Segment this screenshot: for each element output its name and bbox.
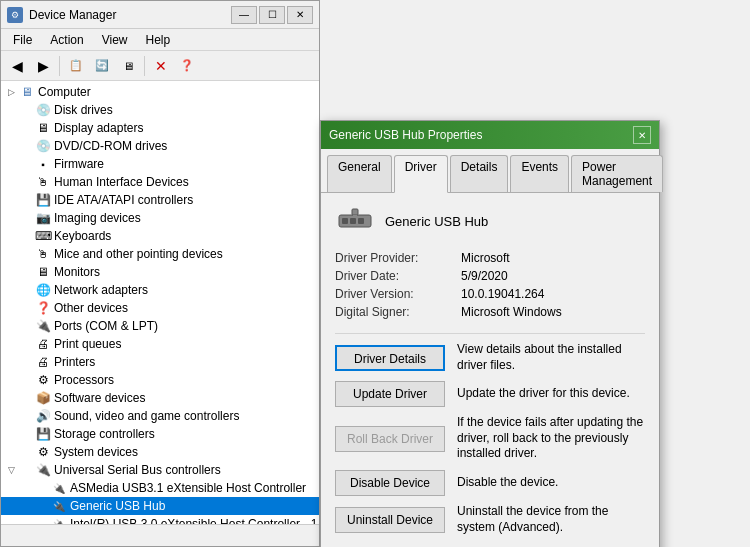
window-title: Device Manager <box>29 8 225 22</box>
disable-device-button[interactable]: Disable Device <box>335 470 445 496</box>
menu-file[interactable]: File <box>5 31 40 49</box>
tree-item-software[interactable]: 📦 Software devices <box>1 389 319 407</box>
label-disk: Disk drives <box>54 101 113 119</box>
icon-display: 🖥 <box>35 120 51 136</box>
tree-item-keyboards[interactable]: ⌨ Keyboards <box>1 227 319 245</box>
menu-help[interactable]: Help <box>138 31 179 49</box>
tree-item-ide[interactable]: 💾 IDE ATA/ATAPI controllers <box>1 191 319 209</box>
label-generic-hub: Generic USB Hub <box>70 497 165 515</box>
icon-imaging: 📷 <box>35 210 51 226</box>
rollback-driver-button[interactable]: Roll Back Driver <box>335 426 445 452</box>
driver-details-button[interactable]: Driver Details <box>335 345 445 371</box>
tree-item-sound[interactable]: 🔊 Sound, video and game controllers <box>1 407 319 425</box>
tree-item-monitors[interactable]: 🖥 Monitors <box>1 263 319 281</box>
maximize-button[interactable]: ☐ <box>259 6 285 24</box>
rollback-driver-desc: If the device fails after updating the d… <box>445 415 645 462</box>
tree-item-usb[interactable]: ▽ 🔌 Universal Serial Bus controllers <box>1 461 319 479</box>
tab-driver[interactable]: Driver <box>394 155 448 193</box>
dialog-close-button[interactable]: ✕ <box>633 126 651 144</box>
icon-computer: 🖥 <box>19 84 35 100</box>
update-driver-desc: Update the driver for this device. <box>445 386 645 402</box>
tree-item-generic-hub[interactable]: 🔌 Generic USB Hub <box>1 497 319 515</box>
tree-item-intel-usb[interactable]: 🔌 Intel(R) USB 3.0 eXtensible Host Contr… <box>1 515 319 524</box>
label-system: System devices <box>54 443 138 461</box>
close-button[interactable]: ✕ <box>287 6 313 24</box>
tab-details[interactable]: Details <box>450 155 509 192</box>
separator-1 <box>335 333 645 334</box>
toolbar-separator-1 <box>59 56 60 76</box>
label-keyboards: Keyboards <box>54 227 111 245</box>
properties-dialog: Generic USB Hub Properties ✕ General Dri… <box>320 120 660 547</box>
label-firmware: Firmware <box>54 155 104 173</box>
label-ports: Ports (COM & LPT) <box>54 317 158 335</box>
tree-item-printq[interactable]: 🖨 Print queues <box>1 335 319 353</box>
icon-software: 📦 <box>35 390 51 406</box>
forward-button[interactable]: ▶ <box>31 54 55 78</box>
label-dvd: DVD/CD-ROM drives <box>54 137 167 155</box>
tree-item-other[interactable]: ❓ Other devices <box>1 299 319 317</box>
icon-dvd: 💿 <box>35 138 51 154</box>
tree-item-asmedia[interactable]: 🔌 ASMedia USB3.1 eXtensible Host Control… <box>1 479 319 497</box>
label-ide: IDE ATA/ATAPI controllers <box>54 191 193 209</box>
icon-keyboards: ⌨ <box>35 228 51 244</box>
status-bar <box>1 524 319 546</box>
scan-button[interactable]: 🖥 <box>116 54 140 78</box>
tree-item-disk[interactable]: 💿 Disk drives <box>1 101 319 119</box>
icon-usb: 🔌 <box>35 462 51 478</box>
prop-value-3: Microsoft Windows <box>461 305 645 319</box>
toggle-usb[interactable]: ▽ <box>3 462 19 478</box>
icon-firmware: ▪ <box>35 156 51 172</box>
tree-item-ports[interactable]: 🔌 Ports (COM & LPT) <box>1 317 319 335</box>
label-software: Software devices <box>54 389 145 407</box>
menu-action[interactable]: Action <box>42 31 91 49</box>
tree-item-system[interactable]: ⚙ System devices <box>1 443 319 461</box>
svg-rect-3 <box>358 218 364 224</box>
tree-item-display[interactable]: 🖥 Display adapters <box>1 119 319 137</box>
back-button[interactable]: ◀ <box>5 54 29 78</box>
title-bar: ⚙ Device Manager — ☐ ✕ <box>1 1 319 29</box>
tree-item-mice[interactable]: 🖱 Mice and other pointing devices <box>1 245 319 263</box>
prop-label-3: Digital Signer: <box>335 305 455 319</box>
properties-button[interactable]: 📋 <box>64 54 88 78</box>
tree-item-hid[interactable]: 🖱 Human Interface Devices <box>1 173 319 191</box>
minimize-button[interactable]: — <box>231 6 257 24</box>
tree-item-imaging[interactable]: 📷 Imaging devices <box>1 209 319 227</box>
toggle-empty <box>3 102 19 118</box>
update-button[interactable]: 🔄 <box>90 54 114 78</box>
label-monitors: Monitors <box>54 263 100 281</box>
tree-item-processors[interactable]: ⚙ Processors <box>1 371 319 389</box>
update-driver-button[interactable]: Update Driver <box>335 381 445 407</box>
usb-hub-icon <box>337 207 373 235</box>
label-imaging: Imaging devices <box>54 209 141 227</box>
tree-item-dvd[interactable]: 💿 DVD/CD-ROM drives <box>1 137 319 155</box>
device-icon <box>335 205 375 237</box>
label-display: Display adapters <box>54 119 143 137</box>
label-printers: Printers <box>54 353 95 371</box>
menu-view[interactable]: View <box>94 31 136 49</box>
tab-general[interactable]: General <box>327 155 392 192</box>
remove-button[interactable]: ✕ <box>149 54 173 78</box>
tree-item-printers[interactable]: 🖨 Printers <box>1 353 319 371</box>
tab-events[interactable]: Events <box>510 155 569 192</box>
device-tree[interactable]: ▷ 🖥 Computer 💿 Disk drives 🖥 Display ada… <box>1 81 319 524</box>
toggle-computer[interactable]: ▷ <box>3 84 19 100</box>
tree-item-storage[interactable]: 💾 Storage controllers <box>1 425 319 443</box>
menu-bar: File Action View Help <box>1 29 319 51</box>
help-button[interactable]: ❓ <box>175 54 199 78</box>
device-manager-window: ⚙ Device Manager — ☐ ✕ File Action View … <box>0 0 320 547</box>
icon-other: ❓ <box>35 300 51 316</box>
dialog-body: Generic USB Hub Driver Provider: Microso… <box>321 193 659 547</box>
tab-power[interactable]: Power Management <box>571 155 663 192</box>
label-network: Network adapters <box>54 281 148 299</box>
driver-details-row: Driver Details View details about the in… <box>335 342 645 373</box>
prop-label-0: Driver Provider: <box>335 251 455 265</box>
uninstall-device-button[interactable]: Uninstall Device <box>335 507 445 533</box>
dialog-title-bar: Generic USB Hub Properties ✕ <box>321 121 659 149</box>
disable-device-row: Disable Device Disable the device. <box>335 470 645 496</box>
dialog-title-text: Generic USB Hub Properties <box>329 128 633 142</box>
properties-grid: Driver Provider: Microsoft Driver Date: … <box>335 251 645 319</box>
tree-item-firmware[interactable]: ▪ Firmware <box>1 155 319 173</box>
tree-item-computer[interactable]: ▷ 🖥 Computer <box>1 83 319 101</box>
tree-item-network[interactable]: 🌐 Network adapters <box>1 281 319 299</box>
icon-generic-hub: 🔌 <box>51 498 67 514</box>
